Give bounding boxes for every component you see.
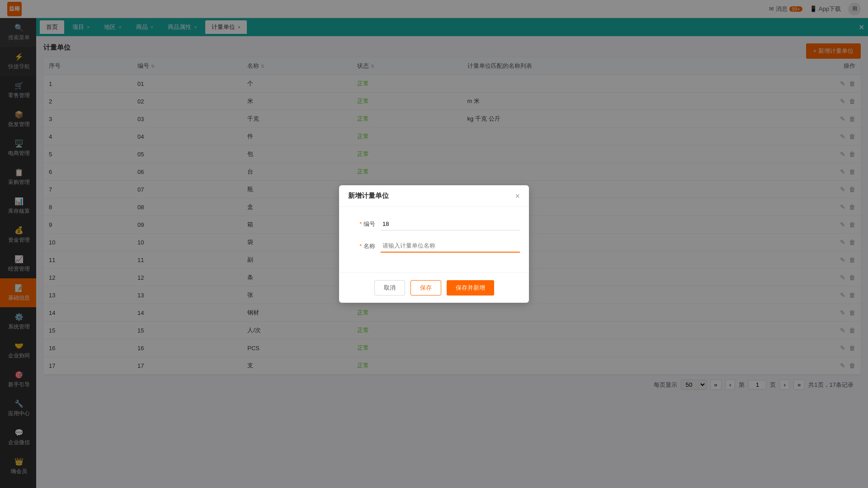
- name-input[interactable]: [381, 239, 520, 253]
- name-required-mark: *: [359, 243, 362, 249]
- save-and-new-button[interactable]: 保存并新增: [447, 280, 494, 296]
- modal-close-button[interactable]: ×: [515, 192, 520, 200]
- modal-footer: 取消 保存 保存并新增: [339, 272, 529, 303]
- form-row-name: * 名称: [348, 239, 520, 253]
- code-input[interactable]: [381, 218, 520, 230]
- code-required-mark: *: [359, 221, 362, 227]
- modal-title: 新增计量单位: [348, 192, 389, 200]
- name-label: * 名称: [348, 242, 375, 250]
- code-label: * 编号: [348, 220, 375, 228]
- save-button[interactable]: 保存: [410, 280, 441, 296]
- form-row-code: * 编号: [348, 218, 520, 230]
- modal-overlay: 新增计量单位 × * 编号 * 名称 取消 保存 保存并新增: [0, 0, 868, 488]
- add-unit-modal: 新增计量单位 × * 编号 * 名称 取消 保存 保存并新增: [339, 185, 529, 303]
- cancel-button[interactable]: 取消: [374, 280, 405, 296]
- modal-body: * 编号 * 名称: [339, 207, 529, 272]
- modal-header: 新增计量单位 ×: [339, 185, 529, 207]
